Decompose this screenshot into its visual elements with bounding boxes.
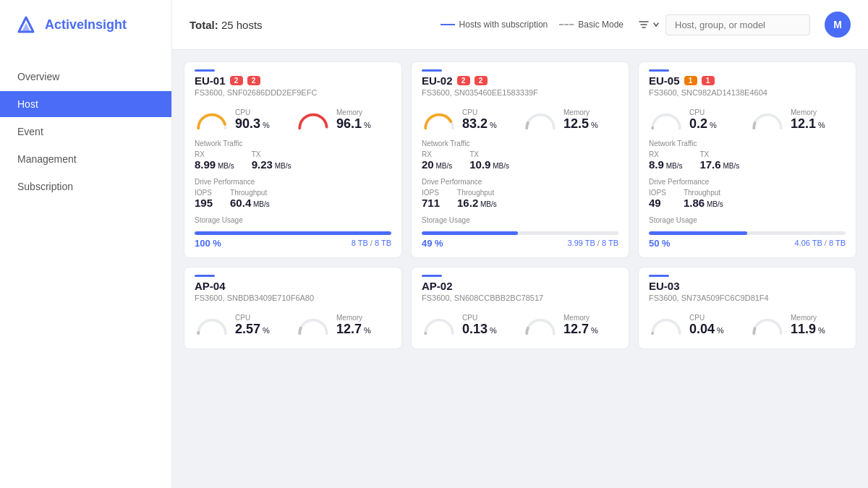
storage-size: 3.99 TB / 8 TB: [567, 239, 618, 247]
iops-item: IOPS 195: [195, 189, 213, 209]
badge: 1: [684, 76, 697, 85]
cpu-info: CPU 2.57 %: [235, 314, 270, 338]
gauge-svg: [649, 314, 684, 336]
storage-values: 49 % 3.99 TB / 8 TB: [422, 238, 618, 249]
memory-gauge: Memory 11.9 %: [750, 314, 846, 338]
host-serial: FS3600, SNF02686DDD2EF9EFC: [195, 88, 391, 97]
badge: 2: [457, 76, 470, 85]
drive-performance-label: Drive Performance: [639, 174, 856, 187]
top-bar-right: Hosts with subscription Basic Mode: [441, 12, 851, 38]
badge: 2: [230, 76, 243, 85]
network-row: RX 20 MB/s TX 10.9 MB/s: [412, 149, 629, 174]
legend-subscription: Hosts with subscription: [441, 20, 548, 30]
memory-gauge: Memory 96.1 %: [296, 108, 391, 132]
memory-info: Memory 96.1 %: [336, 108, 371, 132]
metrics-row: CPU 0.2 % Memory 12.1 %: [639, 103, 856, 135]
avatar: M: [825, 12, 851, 38]
host-serial: FS3600, SN73A509FC6C9D81F4: [649, 294, 846, 302]
storage-usage-label: Storage Usage: [412, 212, 629, 226]
storage-bar-fill: [195, 231, 391, 235]
cpu-info: CPU 0.2 %: [689, 108, 717, 132]
host-card[interactable]: EU-05 11 FS3600, SNC982AD14138E4604 CPU …: [638, 61, 856, 258]
host-serial: FS3600, SN035460EE1583339F: [422, 88, 618, 97]
metrics-row: CPU 0.04 % Memory 11.9 %: [639, 308, 856, 341]
rx-item: RX 8.9 MB/s: [649, 150, 682, 171]
search-input[interactable]: [665, 14, 810, 35]
host-card[interactable]: EU-02 22 FS3600, SN035460EE1583339F CPU …: [411, 61, 629, 258]
tx-item: TX 17.6 MB/s: [699, 150, 739, 171]
throughput-item: Throughput 1.86 MB/s: [684, 189, 723, 209]
storage-pct: 100 %: [195, 238, 221, 249]
legend: Hosts with subscription Basic Mode: [441, 20, 624, 30]
network-row: RX 8.9 MB/s TX 17.6 MB/s: [639, 149, 856, 174]
host-id: EU-03: [649, 280, 680, 292]
storage-row: 50 % 4.06 TB / 8 TB: [639, 226, 856, 249]
accent-line: [195, 69, 215, 72]
memory-info: Memory 12.5 %: [563, 108, 598, 132]
drive-row: IOPS 195 Throughput 60.4 MB/s: [184, 187, 401, 212]
host-serial: FS3600, SNBDB3409E710F6A80: [195, 294, 391, 302]
memory-info: Memory 11.9 %: [791, 314, 825, 338]
gauge-svg: [523, 314, 558, 336]
sidebar-item-event[interactable]: Event: [0, 119, 171, 145]
card-header: EU-01 22 FS3600, SNF02686DDD2EF9EFC: [184, 62, 401, 103]
storage-row: 100 % 8 TB / 8 TB: [184, 226, 401, 249]
metrics-row: CPU 83.2 % Memory 12.5 %: [412, 103, 629, 135]
gauge-svg: [523, 109, 558, 131]
throughput-item: Throughput 16.2 MB/s: [457, 189, 497, 209]
storage-values: 50 % 4.06 TB / 8 TB: [649, 238, 846, 249]
host-id: EU-05: [649, 74, 680, 87]
cpu-gauge: CPU 83.2 %: [422, 108, 517, 132]
card-title-row: AP-04: [195, 280, 391, 292]
gauge-svg: [750, 109, 785, 131]
sidebar-item-overview[interactable]: Overview: [0, 64, 171, 90]
cpu-info: CPU 0.13 %: [462, 314, 497, 338]
cpu-gauge: CPU 2.57 %: [195, 314, 290, 338]
memory-info: Memory 12.1 %: [791, 108, 825, 132]
logo-area: ActiveInsight: [0, 0, 171, 49]
card-header: AP-04 FS3600, SNBDB3409E710F6A80: [184, 267, 401, 308]
chevron-down-icon: [652, 21, 660, 28]
top-bar: Total: 25 hosts Hosts with subscription …: [172, 0, 868, 50]
sidebar-item-host[interactable]: Host: [0, 91, 171, 117]
storage-bar-fill: [422, 231, 518, 235]
sidebar-nav: Overview Host Event Management Subscript…: [0, 49, 171, 214]
badge: 2: [247, 76, 260, 85]
iops-item: IOPS 711: [422, 189, 440, 209]
metrics-row: CPU 2.57 % Memory 12.7 %: [184, 308, 401, 341]
network-traffic-label: Network Traffic: [412, 135, 629, 149]
memory-gauge: Memory 12.5 %: [523, 108, 618, 132]
sidebar-item-subscription[interactable]: Subscription: [0, 174, 171, 200]
gauge-svg: [195, 109, 229, 131]
accent-line: [195, 275, 215, 277]
cpu-info: CPU 0.04 %: [689, 314, 724, 338]
host-id: AP-04: [195, 280, 226, 292]
accent-line: [422, 69, 442, 72]
host-card[interactable]: EU-01 22 FS3600, SNF02686DDD2EF9EFC CPU …: [184, 61, 402, 258]
storage-usage-label: Storage Usage: [184, 212, 401, 226]
host-card[interactable]: EU-03 FS3600, SN73A509FC6C9D81F4 CPU 0.0…: [638, 267, 856, 350]
host-serial: FS3600, SN608CCBBB2BC78517: [422, 294, 618, 302]
legend-line-blue: [441, 24, 455, 25]
gauge-svg: [296, 314, 331, 336]
metrics-row: CPU 90.3 % Memory 96.1 %: [184, 103, 401, 135]
cpu-gauge: CPU 0.13 %: [422, 314, 517, 338]
storage-size: 8 TB / 8 TB: [352, 239, 391, 247]
accent-line: [649, 275, 669, 277]
host-card[interactable]: AP-04 FS3600, SNBDB3409E710F6A80 CPU 2.5…: [184, 267, 402, 350]
drive-performance-label: Drive Performance: [412, 174, 629, 187]
badge: 1: [702, 76, 715, 85]
drive-row: IOPS 49 Throughput 1.86 MB/s: [639, 187, 856, 212]
host-card[interactable]: AP-02 FS3600, SN608CCBBB2BC78517 CPU 0.1…: [411, 267, 629, 350]
storage-bar-fill: [649, 231, 747, 235]
host-id: EU-02: [422, 74, 453, 87]
throughput-item: Throughput 60.4 MB/s: [230, 189, 270, 209]
memory-info: Memory 12.7 %: [563, 314, 598, 338]
gauge-svg: [422, 109, 456, 131]
tx-item: TX 10.9 MB/s: [469, 150, 509, 171]
sidebar-item-management[interactable]: Management: [0, 146, 171, 172]
storage-bar-bg: [195, 231, 391, 235]
storage-bar-bg: [649, 231, 846, 235]
filter-button[interactable]: [638, 19, 660, 30]
card-title-row: EU-05 11: [649, 74, 846, 87]
